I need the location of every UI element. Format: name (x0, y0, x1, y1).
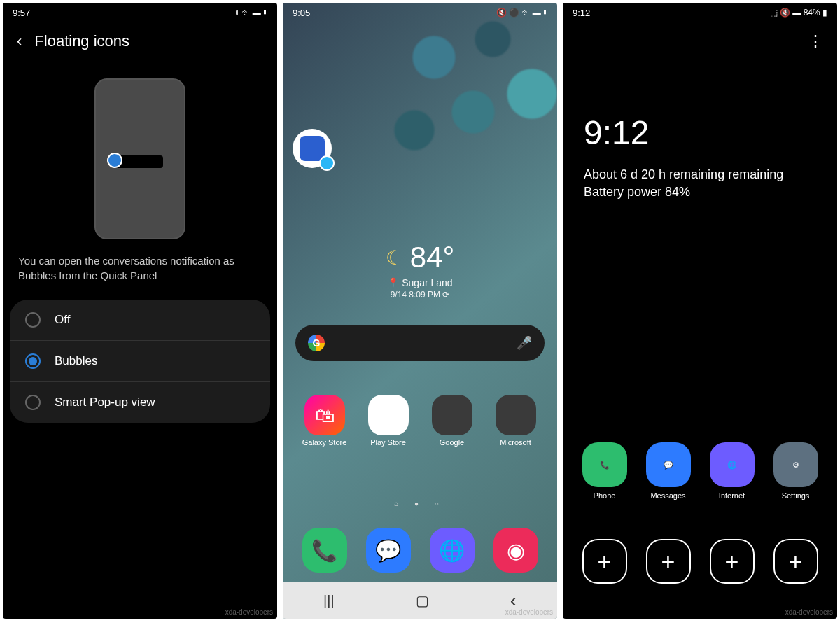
phone-icon: 📞 (582, 442, 627, 487)
battery-remaining: About 6 d 20 h remaining remaining (584, 166, 837, 183)
mic-icon[interactable]: 🎤 (517, 335, 532, 351)
app-microsoft-folder[interactable]: Microsoft (489, 395, 542, 447)
dock-phone[interactable]: 📞 Phone (578, 442, 631, 500)
weather-temp: ☾ 84° (283, 241, 557, 274)
status-time: 9:12 (573, 8, 590, 18)
app-label: Phone (578, 491, 631, 500)
options-list: Off Bubbles Smart Pop-up view (10, 300, 270, 423)
bubble-badge-icon (319, 155, 335, 171)
launcher-setup-screen: 9:12 ⬚ 🔇 ▬ 84% ▮ ⋮ 9:12 About 6 d 20 h r… (563, 3, 837, 619)
app-label: Internet (706, 491, 759, 500)
dock-internet[interactable]: 🌐 Internet (706, 442, 759, 500)
dock: 📞 💬 🌐 ◉ (283, 528, 557, 573)
dock-phone[interactable]: 📞 (302, 528, 347, 573)
description-text: You can open the conversations notificat… (3, 253, 277, 283)
battery-percent: Battery power 84% (584, 183, 837, 201)
illustration-bubble-icon (107, 153, 122, 168)
settings-icon: ⚙ (774, 442, 818, 487)
watermark: xda-developers (505, 608, 553, 616)
app-play-store[interactable]: ▶ Play Store (362, 395, 415, 447)
app-row: 🛍 Galaxy Store ▶ Play Store Google Micro… (283, 395, 557, 447)
status-time: 9:05 (293, 8, 310, 18)
page-indicator[interactable]: ⌂ ● ○ (283, 500, 557, 507)
app-label: Microsoft (489, 438, 542, 447)
add-app-slot[interactable]: + (646, 539, 691, 584)
nav-recents[interactable]: ||| (323, 593, 335, 609)
camera-icon: ◉ (507, 538, 525, 563)
status-time: 9:57 (13, 8, 30, 18)
floating-bubble[interactable] (293, 129, 332, 168)
home-screen: 9:05 🔇 ⚫ ᯤ ▬ ▮ ☾ 84° 📍 Sugar Land 9/14 8… (283, 3, 557, 619)
app-label: Play Store (362, 438, 415, 447)
clock-widget[interactable]: 9:12 (584, 113, 837, 152)
radio-icon (25, 354, 41, 369)
nav-home[interactable]: ▢ (416, 592, 429, 609)
option-smart-popup[interactable]: Smart Pop-up view (10, 382, 270, 423)
weather-datetime: 9/14 8:09 PM ⟳ (283, 290, 557, 300)
watermark: xda-developers (785, 608, 833, 616)
radio-icon (25, 395, 41, 410)
weather-location: 📍 Sugar Land (283, 277, 557, 288)
dock-internet[interactable]: 🌐 (430, 528, 475, 573)
messages-icon: 💬 (375, 538, 401, 563)
back-icon[interactable]: ‹ (17, 32, 22, 50)
moon-icon: ☾ (386, 246, 403, 270)
radio-icon (25, 312, 41, 328)
settings-floating-icons-screen: 9:57 ▯ ᯤ ▬ ▮ ‹ Floating icons You can op… (3, 3, 277, 619)
add-app-slot[interactable]: + (710, 539, 755, 584)
status-bar: 9:57 ▯ ᯤ ▬ ▮ (3, 3, 277, 22)
dock-settings[interactable]: ⚙ Settings (769, 442, 822, 500)
dock-camera[interactable]: ◉ (493, 528, 538, 573)
app-label: Messages (642, 491, 695, 500)
internet-icon: 🌐 (439, 538, 465, 563)
header: ‹ Floating icons (3, 22, 277, 57)
dock-messages[interactable]: 💬 Messages (642, 442, 695, 500)
battery-info: About 6 d 20 h remaining remaining Batte… (584, 166, 837, 201)
app-galaxy-store[interactable]: 🛍 Galaxy Store (298, 395, 351, 447)
google-search-bar[interactable]: G 🎤 (295, 325, 545, 361)
overflow-menu-icon[interactable]: ⋮ (808, 32, 823, 50)
weather-widget[interactable]: ☾ 84° 📍 Sugar Land 9/14 8:09 PM ⟳ (283, 241, 557, 300)
add-app-slot[interactable]: + (774, 539, 818, 584)
option-label: Off (55, 313, 70, 327)
dock: 📞 Phone 💬 Messages 🌐 Internet ⚙ Settings (563, 442, 837, 500)
status-icons: ⬚ 🔇 ▬ 84% ▮ (770, 8, 827, 18)
folder-icon (432, 395, 472, 435)
phone-icon: 📞 (312, 538, 337, 563)
option-label: Smart Pop-up view (55, 396, 155, 410)
option-bubbles[interactable]: Bubbles (10, 341, 270, 382)
wallpaper-flowers (375, 3, 557, 185)
folder-icon (496, 395, 536, 435)
option-label: Bubbles (55, 354, 97, 368)
play-store-icon: ▶ (368, 395, 409, 435)
messages-icon: 💬 (646, 442, 691, 487)
galaxy-store-icon: 🛍 (304, 395, 345, 435)
page-title: Floating icons (34, 32, 130, 50)
status-bar: 9:12 ⬚ 🔇 ▬ 84% ▮ (563, 3, 837, 22)
google-logo-icon: G (308, 335, 325, 351)
dock-messages[interactable]: 💬 (366, 528, 411, 573)
app-label: Google (426, 438, 479, 447)
illustration-phone (94, 78, 186, 239)
app-google-folder[interactable]: Google (426, 395, 479, 447)
app-label: Settings (769, 491, 822, 500)
app-label: Galaxy Store (298, 438, 351, 447)
internet-icon: 🌐 (710, 442, 755, 487)
status-icons: ▯ ᯤ ▬ ▮ (235, 8, 267, 18)
option-off[interactable]: Off (10, 300, 270, 341)
add-apps-row: + + + + (563, 539, 837, 584)
watermark: xda-developers (225, 608, 273, 616)
add-app-slot[interactable]: + (582, 539, 627, 584)
